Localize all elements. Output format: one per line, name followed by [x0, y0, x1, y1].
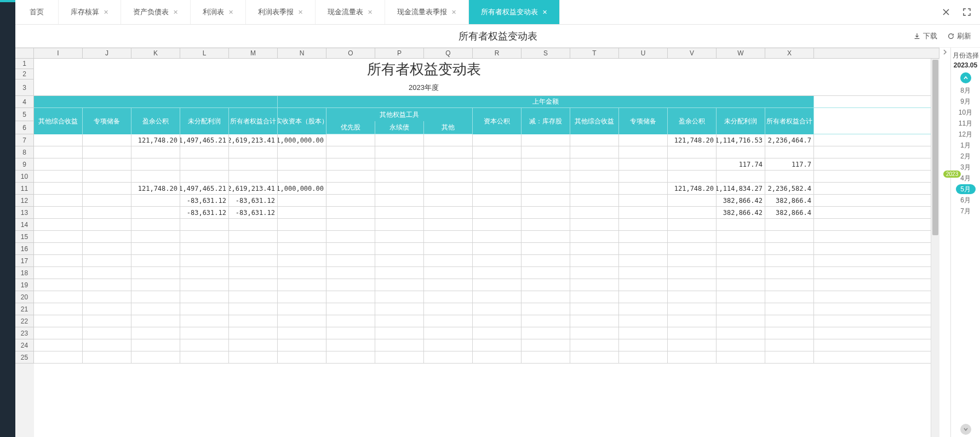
table-cell[interactable] [83, 195, 131, 206]
table-cell[interactable] [424, 158, 473, 170]
row-header[interactable]: 3 [15, 80, 34, 96]
table-cell[interactable] [473, 207, 521, 218]
table-cell[interactable]: 2,619,213.41 [229, 134, 278, 146]
table-cell[interactable] [326, 146, 375, 158]
table-cell[interactable] [326, 339, 375, 351]
table-cell[interactable] [83, 315, 131, 327]
table-cell[interactable] [229, 339, 278, 351]
table-cell[interactable] [473, 134, 521, 146]
table-cell[interactable] [619, 243, 668, 254]
table-cell[interactable] [570, 291, 619, 303]
table-cell[interactable] [521, 158, 570, 170]
column-header[interactable]: M [229, 48, 278, 58]
table-cell[interactable]: 1,497,465.21 [180, 134, 229, 146]
table-cell[interactable] [619, 303, 668, 315]
table-header[interactable]: 盈余公积 [668, 108, 717, 134]
table-cell[interactable] [278, 219, 326, 230]
table-cell[interactable] [180, 351, 229, 363]
table-cell[interactable] [83, 146, 131, 158]
table-cell[interactable] [375, 255, 424, 266]
table-cell[interactable] [326, 243, 375, 254]
table-cell[interactable] [375, 279, 424, 291]
table-cell[interactable] [131, 291, 180, 303]
download-button[interactable]: 下载 [913, 31, 937, 41]
row-header[interactable]: 17 [15, 255, 34, 267]
table-cell[interactable] [278, 243, 326, 254]
table-subheader[interactable]: 优先股 [326, 121, 375, 134]
table-cell[interactable] [521, 255, 570, 266]
table-cell[interactable] [424, 146, 473, 158]
close-icon[interactable]: ✕ [173, 9, 178, 16]
table-cell[interactable]: -83,631.12 [229, 207, 278, 218]
table-cell[interactable] [83, 267, 131, 279]
row-header[interactable]: 19 [15, 279, 34, 291]
spreadsheet[interactable]: IJKLMNOPQRSTUVWX 12345678910111213141516… [15, 48, 939, 437]
table-cell[interactable] [668, 279, 717, 291]
table-cell[interactable] [34, 195, 83, 206]
table-cell[interactable] [668, 315, 717, 327]
row-header[interactable]: 13 [15, 207, 34, 219]
table-cell[interactable] [278, 231, 326, 242]
table-cell[interactable] [570, 134, 619, 146]
table-cell[interactable] [570, 231, 619, 242]
table-cell[interactable] [765, 315, 814, 327]
table-cell[interactable] [326, 279, 375, 291]
table-cell[interactable] [668, 303, 717, 315]
table-cell[interactable] [229, 315, 278, 327]
table-cell[interactable] [619, 134, 668, 146]
month-item[interactable]: 5月 [956, 184, 976, 194]
table-cell[interactable] [375, 267, 424, 279]
table-cell[interactable] [180, 243, 229, 254]
table-cell[interactable] [180, 219, 229, 230]
table-cell[interactable] [424, 171, 473, 182]
table-cell[interactable] [278, 327, 326, 339]
table-cell[interactable] [424, 351, 473, 363]
table-cell[interactable]: 121,748.20 [668, 183, 717, 194]
table-cell[interactable] [668, 158, 717, 170]
table-cell[interactable] [619, 207, 668, 218]
table-cell[interactable] [83, 183, 131, 194]
table-cell[interactable] [619, 267, 668, 279]
table-cell[interactable] [83, 339, 131, 351]
table-cell[interactable] [34, 339, 83, 351]
sheet-title[interactable]: 所有者权益变动表 [34, 59, 814, 80]
tab-item[interactable]: 所有者权益变动表✕ [469, 0, 560, 24]
table-header[interactable]: 未分配利润 [717, 108, 765, 134]
row-header[interactable]: 2 [15, 69, 34, 80]
table-cell[interactable] [765, 231, 814, 242]
table-cell[interactable] [34, 231, 83, 242]
table-cell[interactable] [619, 158, 668, 170]
month-item[interactable]: 6月 [956, 195, 976, 205]
table-cell[interactable] [180, 327, 229, 339]
table-cell[interactable] [570, 219, 619, 230]
table-cell[interactable] [521, 134, 570, 146]
table-cell[interactable] [375, 315, 424, 327]
table-cell[interactable] [424, 134, 473, 146]
table-cell[interactable] [424, 195, 473, 206]
table-cell[interactable] [668, 339, 717, 351]
column-header[interactable]: R [473, 48, 521, 58]
row-header[interactable]: 9 [15, 158, 34, 171]
table-cell[interactable] [278, 267, 326, 279]
table-cell[interactable] [424, 207, 473, 218]
table-cell[interactable] [375, 339, 424, 351]
table-header[interactable]: 其他权益工具 [326, 108, 473, 121]
table-cell[interactable] [717, 291, 765, 303]
cell[interactable] [34, 96, 278, 107]
table-cell[interactable] [521, 315, 570, 327]
table-cell[interactable] [229, 255, 278, 266]
table-cell[interactable]: 121,748.20 [131, 134, 180, 146]
table-cell[interactable] [473, 183, 521, 194]
row-header[interactable]: 10 [15, 171, 34, 183]
table-cell[interactable] [375, 351, 424, 363]
table-cell[interactable] [180, 267, 229, 279]
table-cell[interactable] [34, 291, 83, 303]
table-cell[interactable] [570, 315, 619, 327]
month-item[interactable]: 10月 [956, 107, 976, 117]
table-cell[interactable] [521, 243, 570, 254]
table-cell[interactable] [521, 279, 570, 291]
row-header[interactable]: 20 [15, 291, 34, 303]
table-cell[interactable] [570, 171, 619, 182]
table-cell[interactable] [473, 195, 521, 206]
table-cell[interactable] [34, 183, 83, 194]
